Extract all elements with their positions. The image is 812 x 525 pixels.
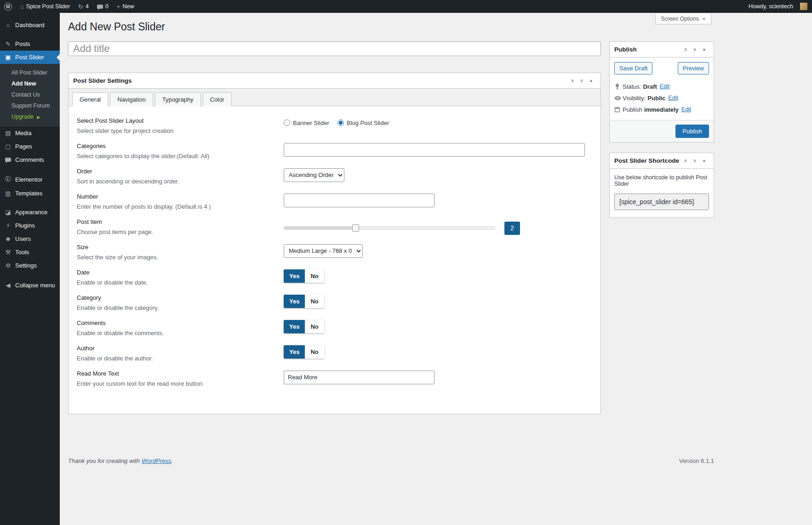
edit-status-link[interactable]: Edit — [660, 83, 670, 90]
upgrade-label: Upgrade — [11, 114, 34, 120]
move-down-icon[interactable]: ∨ — [577, 78, 586, 83]
move-up-icon[interactable]: ∧ — [681, 158, 690, 163]
comment-bubble-icon — [97, 5, 103, 9]
submenu-all-post-slider[interactable]: All Post Slider — [0, 67, 60, 78]
screen-options-button[interactable]: Screen Options ▼ — [655, 14, 711, 24]
howdy-menu[interactable]: Howdy, scientech — [744, 0, 797, 13]
slider-value-badge: 2 — [504, 222, 520, 235]
blog-post-slider-radio[interactable]: Blog Post Slider — [337, 120, 389, 126]
schedule-row: Publish immediately Edit — [614, 104, 709, 115]
slider-handle[interactable] — [352, 224, 359, 232]
banner-slider-radio-input[interactable] — [284, 120, 290, 126]
number-input[interactable] — [284, 194, 435, 207]
date-yes-button[interactable]: Yes — [284, 269, 305, 283]
shortcode-input[interactable] — [614, 194, 709, 210]
sidebar-label-settings: Settings — [15, 262, 37, 269]
sidebar-item-comments[interactable]: Comments — [0, 153, 60, 166]
eye-icon — [614, 96, 623, 101]
sidebar-item-elementor[interactable]: Ⓔ Elementor — [0, 172, 60, 187]
sidebar-item-media[interactable]: ▤ Media — [0, 126, 60, 140]
tab-navigation[interactable]: Navigation — [110, 92, 153, 106]
comments-menu[interactable]: 0 — [93, 0, 113, 13]
form-row-layout: Select Post Slider Layout Select slider … — [77, 117, 592, 134]
move-up-icon[interactable]: ∧ — [568, 78, 577, 83]
submenu-add-new[interactable]: Add New — [0, 78, 60, 89]
slider-track[interactable] — [284, 226, 495, 230]
author-no-button[interactable]: No — [305, 345, 324, 359]
blog-post-slider-radio-input[interactable] — [337, 120, 344, 126]
move-down-icon[interactable]: ∨ — [690, 158, 699, 163]
author-yes-button[interactable]: Yes — [284, 345, 305, 359]
comments-description: Enable or disable the comments. — [77, 330, 164, 337]
wordpress-logo-menu[interactable]: W — [0, 0, 16, 13]
toggle-panel-icon[interactable]: ▲ — [699, 47, 709, 51]
pages-icon: ▢ — [4, 143, 12, 150]
toggle-panel-icon[interactable]: ▲ — [586, 79, 596, 83]
sidebar-item-pages[interactable]: ▢ Pages — [0, 140, 60, 153]
edit-schedule-link[interactable]: Edit — [681, 106, 692, 113]
updates-menu[interactable]: ↻ 4 — [74, 0, 93, 13]
post-slider-settings-box: Post Slider Settings ∧ ∨ ▲ General Navig… — [68, 73, 601, 414]
order-select[interactable]: Ascending Order — [284, 168, 344, 182]
collapse-menu-button[interactable]: ◀ Collapse menu — [0, 279, 60, 292]
move-up-icon[interactable]: ∧ — [681, 47, 690, 52]
sidebar-label-post-slider: Post Slider — [15, 54, 44, 61]
publish-box: Publish ∧ ∨ ▲ Save Draft Preview — [609, 41, 714, 143]
categories-input[interactable] — [284, 143, 585, 157]
sidebar-item-plugins[interactable]: ⚡ Plugins — [0, 219, 60, 232]
sidebar-item-settings[interactable]: ⚙ Settings — [0, 259, 60, 272]
toggle-panel-icon[interactable]: ▲ — [699, 159, 709, 163]
tab-general[interactable]: General — [72, 92, 108, 106]
wordpress-link[interactable]: WordPress — [142, 457, 171, 464]
sidebar-label-elementor: Elementor — [15, 176, 42, 183]
submenu-upgrade[interactable]: Upgrade ▶ — [0, 111, 60, 122]
schedule-label: Publish — [623, 106, 642, 113]
author-toggle: Yes No — [284, 345, 324, 359]
publish-button[interactable]: Publish — [675, 125, 709, 138]
categories-label: Categories — [77, 143, 273, 149]
sidebar-label-tools: Tools — [15, 249, 29, 256]
category-yes-button[interactable]: Yes — [284, 295, 305, 308]
sidebar-item-templates[interactable]: ▥ Templates — [0, 187, 60, 200]
tab-color[interactable]: Color — [203, 92, 232, 106]
status-row: Status: Draft Edit — [614, 81, 709, 92]
sidebar-item-dashboard[interactable]: ⌂ Dashboard — [0, 18, 60, 32]
sidebar-item-tools[interactable]: ⚒ Tools — [0, 245, 60, 259]
read-more-input[interactable] — [284, 371, 435, 384]
date-no-button[interactable]: No — [305, 269, 324, 283]
number-label: Number — [77, 193, 273, 200]
shortcode-box-header: Post Slider Shortcode ∧ ∨ ▲ — [610, 153, 714, 169]
sidebar-label-templates: Templates — [15, 190, 42, 197]
new-content-menu[interactable]: + New — [113, 0, 138, 13]
submenu-support-forum[interactable]: Support Forum — [0, 100, 60, 111]
preview-button[interactable]: Preview — [678, 62, 709, 74]
sidebar-item-appearance[interactable]: ◪ Appearance — [0, 205, 60, 219]
category-no-button[interactable]: No — [305, 295, 324, 308]
admin-bar: W ⌂ Spice Post Slider ↻ 4 0 + New Howdy,… — [0, 0, 812, 13]
sidebar-item-users[interactable]: ☻ Users — [0, 232, 60, 245]
slider-fill — [284, 227, 356, 229]
site-name-menu[interactable]: ⌂ Spice Post Slider — [16, 0, 74, 13]
chevron-down-icon: ▼ — [702, 17, 706, 21]
comments-yes-button[interactable]: Yes — [284, 320, 305, 333]
banner-slider-radio[interactable]: Banner Slider — [284, 120, 329, 126]
post-title-input[interactable] — [68, 41, 601, 56]
plugins-icon: ⚡ — [4, 222, 12, 229]
sidebar-label-media: Media — [15, 130, 31, 137]
tools-icon: ⚒ — [4, 249, 12, 256]
sidebar-label-users: Users — [15, 235, 31, 242]
sidebar-item-posts[interactable]: ✎ Posts — [0, 37, 60, 51]
sidebar-item-post-slider[interactable]: ▣ Post Slider — [0, 51, 60, 64]
comments-no-button[interactable]: No — [305, 320, 324, 333]
form-row-size: Size Select the size of your images. Med… — [77, 244, 592, 261]
edit-visibility-link[interactable]: Edit — [668, 95, 678, 101]
submenu-contact-us[interactable]: Contact Us — [0, 89, 60, 100]
user-avatar[interactable] — [800, 3, 807, 10]
size-select[interactable]: Medium Large - 768 x 0 — [284, 244, 363, 258]
tab-typography[interactable]: Typography — [155, 92, 201, 106]
collapse-label: Collapse menu — [15, 282, 55, 289]
date-toggle: Yes No — [284, 269, 324, 283]
save-draft-button[interactable]: Save Draft — [614, 62, 652, 74]
post-item-description: Choose post items per page. — [77, 228, 153, 235]
move-down-icon[interactable]: ∨ — [690, 47, 699, 52]
